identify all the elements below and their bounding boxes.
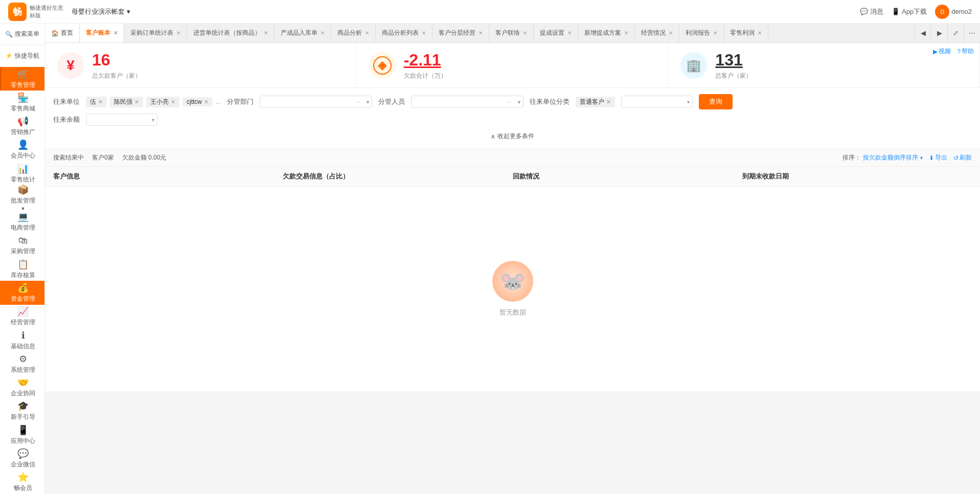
tab-purchase-order[interactable]: 采购订单统计表 ✕ — [124, 24, 187, 43]
video-icon: ▶ — [933, 48, 938, 55]
unit-label: 往来单位 — [53, 97, 80, 106]
sidebar-item-system[interactable]: ⚙ 系统管理 — [0, 352, 44, 375]
tab-scroll-left[interactable]: ◀ — [915, 24, 931, 43]
sidebar-item-app-center[interactable]: 📱 应用中心 — [0, 423, 44, 446]
sidebar-item-label: 应用中心 — [11, 437, 35, 445]
stat-debt-total: ◈ -2.11 欠款合计（万） — [357, 43, 669, 87]
collapse-button[interactable]: ∧ 收起更多条件 — [53, 130, 972, 143]
category-select[interactable] — [621, 96, 693, 108]
tab-operation-status[interactable]: 经营情况 ✕ — [635, 24, 679, 43]
refresh-button[interactable]: ↺ 刷新 — [953, 153, 972, 162]
tab-purchase-order-close[interactable]: ✕ — [176, 30, 180, 36]
video-label: 视频 — [939, 47, 951, 56]
tab-profit-report[interactable]: 利润报告 ✕ — [679, 24, 724, 43]
enterprise-wechat-icon: 💬 — [17, 448, 29, 459]
sidebar-item-batch-mgmt[interactable]: 📦 批发管理 ▼ — [0, 185, 44, 210]
tab-production[interactable]: 产成品入库单 ✕ — [275, 24, 331, 43]
app-download-label: App下载 — [902, 7, 927, 16]
sidebar-item-member[interactable]: 👤 会员中心 — [0, 138, 44, 162]
sidebar-item-retail-store[interactable]: 🏪 零售商城 — [0, 91, 44, 114]
sidebar-item-new-guide[interactable]: 🎓 新手引导 — [0, 399, 44, 423]
tab-retail-profit-close[interactable]: ✕ — [758, 30, 762, 36]
tab-new-promotion-close[interactable]: ✕ — [624, 30, 628, 36]
sidebar-item-retail-stats[interactable]: 📊 零售统计 — [0, 162, 44, 185]
logo-icon: 畅 — [8, 3, 27, 21]
unit-tag-chen-remove[interactable]: ✕ — [134, 99, 139, 105]
sidebar-item-vip[interactable]: ⭐ 畅会员 — [0, 470, 44, 494]
unit-tag-cjttcw-remove[interactable]: ✕ — [204, 99, 209, 105]
tab-product-analysis[interactable]: 商品分析 ✕ — [331, 24, 376, 43]
sidebar-item-basic-info[interactable]: ℹ 基础信息 — [0, 328, 44, 352]
unit-tag-wang-remove[interactable]: ✕ — [171, 99, 175, 105]
tab-product-analysis-list[interactable]: 商品分析列表 ✕ — [376, 24, 432, 43]
sidebar-item-label: 资金管理 — [11, 295, 35, 303]
tab-promotion-settings-close[interactable]: ✕ — [567, 30, 572, 36]
person-label: 分管人员 — [378, 97, 405, 106]
tab-operation-status-close[interactable]: ✕ — [669, 30, 673, 36]
tab-customer-capital-close[interactable]: ✕ — [113, 30, 118, 36]
tab-customer-segment-close[interactable]: ✕ — [478, 30, 483, 36]
tab-production-close[interactable]: ✕ — [321, 30, 325, 36]
tab-new-promotion[interactable]: 新增提成方案 ✕ — [578, 24, 635, 43]
sidebar-item-purchase[interactable]: 🛍 采购管理 — [0, 234, 44, 257]
tab-profit-report-close[interactable]: ✕ — [713, 30, 717, 36]
help-button[interactable]: ? 帮助 — [957, 47, 974, 56]
tab-customer-contact[interactable]: 客户联络 ✕ — [489, 24, 534, 43]
query-button[interactable]: 查询 — [699, 94, 733, 109]
category-tag-text: 普通客户 — [580, 98, 604, 106]
export-button[interactable]: ⬇ 导出 — [929, 153, 947, 162]
unit-more[interactable]: ... — [216, 98, 221, 105]
app-download-button[interactable]: 📱 App下载 — [892, 7, 927, 16]
sidebar-item-enterprise-coop[interactable]: 🤝 企业协同 — [0, 376, 44, 399]
tab-product-analysis-list-close[interactable]: ✕ — [422, 30, 426, 36]
tab-inbound-stats[interactable]: 进货单统计表（按商品） ✕ — [187, 24, 275, 43]
balance-select[interactable] — [86, 114, 157, 126]
sort-value[interactable]: 按欠款金额倒序排序 — [863, 153, 918, 162]
export-label: 导出 — [935, 153, 947, 162]
tab-production-label: 产成品入库单 — [281, 29, 317, 37]
inventory-icon: 📋 — [17, 259, 29, 270]
quick-nav-label: 快捷导航 — [15, 52, 39, 60]
sidebar-item-label: 电商管理 — [11, 223, 35, 232]
sort-select: 排序： 按欠款金额倒序排序 ▾ — [842, 153, 923, 162]
tab-scroll-right[interactable]: ▶ — [931, 24, 947, 43]
tenant-selector[interactable]: 母婴行业演示帐套 ▾ — [67, 5, 134, 18]
stats-bar: ¥ 16 总欠款客户（家） ◈ -2.11 欠款合计（万） 🏢 1 — [45, 43, 980, 88]
tab-customer-contact-close[interactable]: ✕ — [523, 30, 527, 36]
filter-row-1: 往来单位 伍 ✕ 陈民强 ✕ 王小亮 ✕ cjttcw ✕ ... — [53, 94, 972, 109]
app-center-icon: 📱 — [17, 424, 29, 436]
tab-customer-segment[interactable]: 客户分层经营 ✕ — [432, 24, 489, 43]
tab-more[interactable]: ⋯ — [964, 24, 980, 43]
stat-debt-total-text: -2.11 欠款合计（万） — [404, 51, 447, 80]
sidebar-item-marketing[interactable]: 📢 营销推广 — [0, 115, 44, 138]
category-tag-remove[interactable]: ✕ — [606, 99, 611, 105]
phone-icon: 📱 — [892, 8, 900, 15]
video-button[interactable]: ▶ 视频 — [933, 47, 951, 56]
tab-promotion-settings[interactable]: 提成设置 ✕ — [534, 24, 578, 43]
message-button[interactable]: 💬 消息 — [860, 7, 883, 16]
avatar: D — [935, 5, 949, 19]
sidebar-item-ecommerce[interactable]: 💻 电商管理 — [0, 210, 44, 233]
tab-retail-profit[interactable]: 零售利润 ✕ — [724, 24, 768, 43]
stat-debt-customers: ¥ 16 总欠款客户（家） — [45, 43, 357, 87]
sidebar-item-enterprise-wechat[interactable]: 💬 企业微信 — [0, 446, 44, 470]
tenant-name: 母婴行业演示帐套 — [72, 7, 125, 16]
tab-product-analysis-close[interactable]: ✕ — [365, 30, 369, 36]
sidebar-search[interactable]: 🔍 搜索菜单 — [0, 24, 44, 45]
tab-maximize[interactable]: ⤢ — [947, 24, 964, 43]
quick-nav[interactable]: ⚡ 快捷导航 — [0, 45, 44, 66]
collapse-label: 收起更多条件 — [497, 132, 534, 141]
tab-home[interactable]: 🏠 首页 — [45, 24, 80, 43]
tab-inbound-stats-close[interactable]: ✕ — [264, 30, 268, 36]
user-menu[interactable]: D demo2 — [935, 5, 972, 19]
sidebar-item-retail-mgmt[interactable]: 🛒 零售管理 — [0, 67, 44, 91]
tab-profit-report-label: 利润报告 — [686, 29, 710, 37]
sidebar-item-operations[interactable]: 📈 经营管理 — [0, 305, 44, 328]
unit-tag-wu-remove[interactable]: ✕ — [98, 99, 103, 105]
tab-actions: ◀ ▶ ⤢ ⋯ — [915, 24, 980, 43]
balance-select-wrap — [86, 114, 157, 126]
sidebar-item-inventory[interactable]: 📋 库存核算 — [0, 257, 44, 281]
sidebar-item-capital[interactable]: 💰 资金管理 — [0, 281, 44, 304]
tab-customer-capital[interactable]: 客户账本 ✕ — [80, 24, 124, 43]
refresh-label: 刷新 — [960, 153, 972, 162]
